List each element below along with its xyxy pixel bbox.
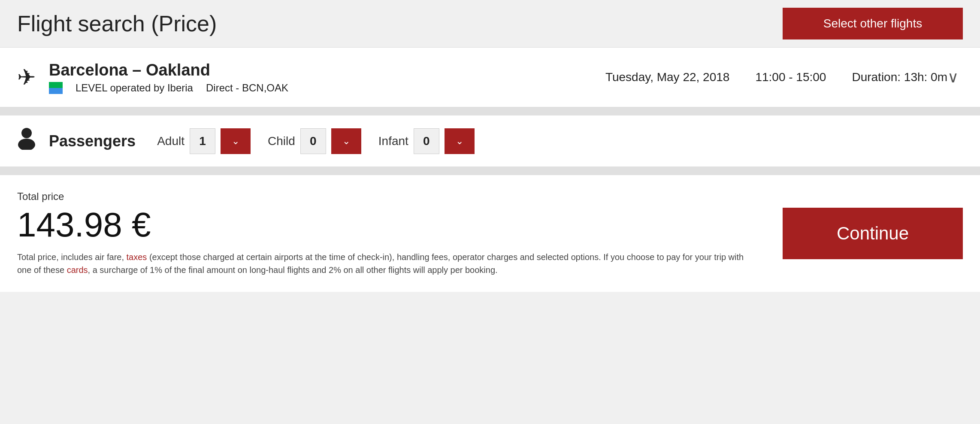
price-note-part1: Total price, includes air fare,	[17, 252, 127, 262]
flight-date: Tuesday, May 22, 2018	[605, 70, 730, 84]
price-section: Total price 143.98 € Total price, includ…	[17, 191, 765, 276]
adult-count: 1	[190, 128, 215, 154]
flight-meta: LEVEL operated by Iberia Direct - BCN,OA…	[49, 82, 580, 94]
price-note: Total price, includes air fare, taxes (e…	[17, 251, 747, 276]
flight-info: Barcelona – Oakland LEVEL operated by Ib…	[49, 61, 580, 94]
airline-badge-icon	[49, 82, 63, 94]
child-group: Child 0 ⌄	[268, 128, 361, 154]
svg-point-1	[18, 139, 35, 150]
flight-time: 11:00 - 15:00	[755, 70, 826, 84]
price-card: Total price 143.98 € Total price, includ…	[0, 175, 980, 292]
svg-point-0	[21, 128, 32, 138]
select-other-flights-button[interactable]: Select other flights	[783, 8, 963, 39]
flight-card: ✈ Barcelona – Oakland LEVEL operated by …	[0, 47, 980, 107]
total-price-label: Total price	[17, 191, 765, 203]
passengers-label: Passengers	[49, 132, 136, 150]
infant-count: 0	[414, 128, 439, 154]
flight-expand-icon[interactable]: ∨	[947, 68, 963, 86]
flight-duration: Duration: 13h: 0m	[852, 70, 947, 84]
continue-button[interactable]: Continue	[783, 208, 963, 259]
child-label: Child	[268, 134, 295, 148]
passenger-icon	[17, 127, 36, 154]
page-header: Flight search (Price) Select other fligh…	[0, 0, 980, 47]
total-price-amount: 143.98 €	[17, 205, 765, 245]
child-dropdown-button[interactable]: ⌄	[331, 128, 361, 154]
separator-1	[0, 107, 980, 115]
separator-2	[0, 167, 980, 175]
infant-label: Infant	[378, 134, 408, 148]
infant-chevron-icon: ⌄	[456, 136, 463, 147]
child-count: 0	[300, 128, 326, 154]
flight-route: Barcelona – Oakland	[49, 61, 580, 79]
adult-group: Adult 1 ⌄	[157, 128, 251, 154]
infant-dropdown-button[interactable]: ⌄	[445, 128, 475, 154]
adult-dropdown-button[interactable]: ⌄	[221, 128, 251, 154]
price-note-cards[interactable]: cards	[67, 265, 88, 275]
airline-name: LEVEL operated by Iberia	[76, 82, 193, 94]
adult-chevron-icon: ⌄	[232, 136, 239, 147]
price-note-taxes[interactable]: taxes	[127, 252, 147, 262]
adult-label: Adult	[157, 134, 185, 148]
plane-icon: ✈	[17, 64, 36, 90]
child-chevron-icon: ⌄	[342, 136, 350, 147]
price-note-part3: , a surcharge of 1% of the final amount …	[88, 265, 498, 275]
passengers-card: Passengers Adult 1 ⌄ Child 0 ⌄ Infant 0 …	[0, 115, 980, 167]
flight-direct: Direct - BCN,OAK	[206, 82, 288, 94]
flight-times: Tuesday, May 22, 2018 11:00 - 15:00 Dura…	[605, 70, 947, 84]
infant-group: Infant 0 ⌄	[378, 128, 475, 154]
page-title: Flight search (Price)	[17, 11, 217, 36]
